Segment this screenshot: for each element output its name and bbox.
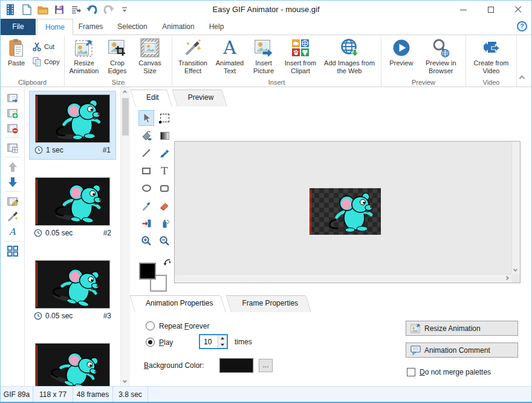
- text-tool[interactable]: T: [157, 163, 172, 179]
- crop-edges-button[interactable]: Crop Edges: [101, 37, 134, 75]
- play-times-input[interactable]: [200, 335, 218, 348]
- help-icon[interactable]: ?: [517, 21, 527, 31]
- frame-item-1[interactable]: 1 sec #1: [29, 91, 116, 160]
- brush-tool[interactable]: [157, 145, 172, 161]
- spin-up-button[interactable]: [218, 335, 227, 342]
- ellipse-tool[interactable]: [138, 180, 154, 196]
- frame-list-scrollbar[interactable]: [120, 87, 130, 386]
- spin-down-button[interactable]: [218, 342, 227, 349]
- preview-button[interactable]: Preview: [384, 37, 419, 67]
- app-icon: [4, 3, 16, 16]
- rounded-rectangle-tool[interactable]: [157, 180, 172, 196]
- collapse-ribbon-button[interactable]: [517, 35, 531, 87]
- eraser-tool[interactable]: [157, 198, 172, 214]
- do-not-merge-palettes-label: Do not merge palettes: [420, 368, 491, 376]
- swap-colors-icon[interactable]: [163, 258, 173, 267]
- magic-wand-icon: [183, 38, 203, 57]
- tab-selection[interactable]: Selection: [114, 19, 151, 35]
- export-frames-icon[interactable]: [70, 3, 82, 16]
- tab-file[interactable]: File: [1, 19, 36, 35]
- copy-button[interactable]: Copy: [32, 57, 60, 67]
- zoom-out-tool[interactable]: [157, 233, 172, 249]
- status-bar: GIF 89a 118 x 77 48 frames 3.8 sec: [1, 386, 531, 402]
- tab-home[interactable]: Home: [37, 19, 73, 35]
- rectangle-tool[interactable]: [138, 163, 154, 179]
- customize-qat-icon[interactable]: [118, 3, 131, 16]
- eyedropper-tool[interactable]: [138, 198, 154, 214]
- animation-comment-button[interactable]: Animation Comment: [406, 342, 518, 358]
- open-file-icon[interactable]: [37, 3, 49, 16]
- frame-duration: 0.05 sec: [45, 312, 73, 320]
- do-not-merge-palettes-option[interactable]: Do not merge palettes: [407, 368, 491, 376]
- play-radio[interactable]: [146, 338, 155, 347]
- repeat-forever-option[interactable]: Repeat Forever: [146, 321, 209, 330]
- preview-in-browser-button[interactable]: Preview in Browser: [419, 37, 463, 75]
- transition-effect-button[interactable]: Transition Effect: [175, 37, 211, 75]
- resize-animation-panel-button[interactable]: Resize Animation: [406, 321, 518, 336]
- resize-animation-button[interactable]: Resize Animation: [67, 37, 101, 75]
- duplicate-frame-icon[interactable]: [5, 140, 21, 155]
- close-button[interactable]: [504, 1, 531, 19]
- maximize-button[interactable]: [477, 1, 504, 19]
- insert-picture-button[interactable]: Insert Picture: [248, 37, 279, 75]
- save-icon[interactable]: [53, 3, 65, 16]
- spray-tool[interactable]: [157, 215, 172, 231]
- ribbon-group-insert: Transition Effect A Animated Text Insert…: [172, 35, 381, 87]
- globe-download-icon: [340, 38, 359, 57]
- redo-icon[interactable]: [102, 3, 114, 16]
- edit-frame-icon[interactable]: [5, 194, 21, 209]
- export-frames-icon[interactable]: [5, 90, 21, 105]
- repeat-forever-radio[interactable]: [146, 321, 155, 330]
- add-text-icon[interactable]: A: [5, 224, 21, 239]
- frame-thumbnail: [35, 260, 110, 309]
- play-times-spinner[interactable]: [199, 334, 228, 349]
- marquee-tool[interactable]: [157, 110, 172, 126]
- tab-help[interactable]: Help: [204, 19, 229, 35]
- tab-edit-preview[interactable]: Preview: [177, 90, 232, 106]
- foreground-color-swatch[interactable]: [139, 263, 156, 280]
- tab-animation-properties[interactable]: Animation Properties: [135, 295, 231, 312]
- frame-item-4[interactable]: 0.05 sec #4: [29, 340, 116, 386]
- background-color-browse-button[interactable]: ...: [259, 359, 273, 372]
- replace-color-tool[interactable]: [138, 215, 154, 231]
- create-from-video-button[interactable]: Create from Video: [469, 37, 514, 75]
- clipart-icon: [291, 38, 310, 57]
- undo-icon[interactable]: [86, 3, 98, 16]
- move-frame-up-icon[interactable]: [5, 159, 21, 174]
- animated-text-button[interactable]: A Animated Text: [211, 37, 248, 75]
- tile-view-icon[interactable]: [5, 243, 21, 258]
- animation-background-color-swatch[interactable]: [219, 358, 253, 373]
- insert-from-clipart-button[interactable]: Insert from Clipart: [279, 37, 322, 75]
- resize-animation-icon: [410, 323, 421, 333]
- move-frame-down-icon[interactable]: [5, 174, 21, 189]
- frame-item-3[interactable]: 0.05 sec #3: [29, 257, 116, 326]
- tab-frames[interactable]: Frames: [74, 19, 107, 35]
- play-option[interactable]: Play: [146, 338, 173, 347]
- delete-frame-icon[interactable]: [5, 120, 21, 136]
- canvas-vertical-scrollbar[interactable]: [511, 142, 520, 274]
- minimize-button[interactable]: [450, 1, 477, 19]
- zoom-in-tool[interactable]: [138, 233, 154, 249]
- do-not-merge-palettes-checkbox[interactable]: [407, 368, 415, 376]
- frame-item-2[interactable]: 0.05 sec #2: [29, 174, 116, 243]
- pointer-tool[interactable]: [138, 110, 154, 126]
- add-frame-icon[interactable]: [5, 105, 21, 120]
- canvas-size-icon: [140, 38, 160, 57]
- magic-wand-icon[interactable]: [5, 209, 21, 224]
- gradient-tool[interactable]: [157, 128, 172, 143]
- frame-thumbnail: [35, 343, 110, 386]
- canvas-image[interactable]: [310, 188, 381, 235]
- new-file-icon[interactable]: [21, 3, 33, 16]
- tab-edit[interactable]: Edit: [135, 90, 177, 106]
- canvas-size-button[interactable]: Canvas Size: [134, 37, 166, 75]
- canvas-horizontal-scrollbar[interactable]: [175, 274, 511, 283]
- tab-frame-properties[interactable]: Frame Properties: [231, 295, 316, 312]
- fill-tool[interactable]: [138, 128, 154, 143]
- scrollbar-thumb[interactable]: [122, 98, 129, 136]
- line-tool[interactable]: [138, 145, 154, 161]
- tab-animation[interactable]: Animation: [159, 19, 198, 35]
- copy-icon: [32, 57, 42, 67]
- paste-button[interactable]: Paste: [3, 37, 30, 67]
- add-images-from-web-button[interactable]: Add Images from the Web: [322, 37, 377, 75]
- cut-button[interactable]: Cut: [32, 42, 60, 51]
